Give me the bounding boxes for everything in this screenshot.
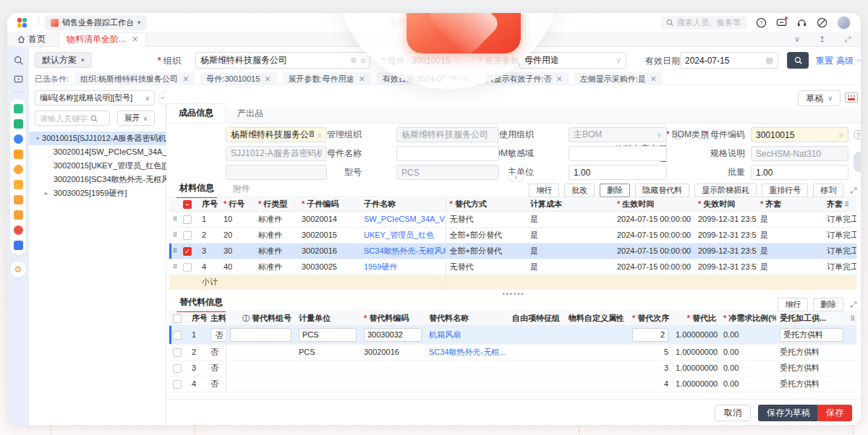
parent-code-field[interactable]: 30010015≡ xyxy=(751,127,848,142)
rail-recent-icon[interactable] xyxy=(12,73,24,85)
headset-icon[interactable] xyxy=(796,17,807,28)
column-settings-icon[interactable]: ⫶⫶ xyxy=(845,200,848,208)
child-name-link[interactable]: 1959硬件 xyxy=(360,259,446,275)
hide-substitute-button[interactable]: 隐藏替代料 xyxy=(635,184,689,197)
substitute-name-link[interactable]: 机箱风扇 xyxy=(425,325,509,344)
child-name-link[interactable]: SW_PCIeCSM_34A_V17密... xyxy=(360,211,446,227)
move-to-button[interactable]: 移到 xyxy=(813,184,843,197)
app-icon-org-tree[interactable] xyxy=(14,119,23,129)
supply-input[interactable] xyxy=(780,328,843,342)
select-all-checkbox[interactable] xyxy=(173,314,182,323)
date-input[interactable]: 2024-07-15 ▦ xyxy=(680,52,778,69)
tab-bom-document[interactable]: 物料清单全阶... ✕ xyxy=(59,32,146,47)
rail-search-icon[interactable] xyxy=(12,54,24,66)
drag-handle-icon[interactable]: ⠿ xyxy=(169,243,179,259)
help-icon[interactable]: ? xyxy=(756,17,767,28)
app-icon-calendar[interactable] xyxy=(14,210,23,220)
info-icon[interactable]: ⓘ xyxy=(242,314,250,322)
reflist-icon[interactable]: ≡ xyxy=(361,56,365,65)
close-icon[interactable]: ✕ xyxy=(264,74,271,84)
delete-button[interactable]: 删除 xyxy=(600,184,630,197)
app-icon-user-blue[interactable] xyxy=(14,134,23,144)
batch-edit-button[interactable]: 批改 xyxy=(564,184,595,197)
tab-substitute-info[interactable]: 替代料信息 xyxy=(176,296,226,313)
expand-icon[interactable]: ⤢ xyxy=(844,35,851,44)
form-collapse-toggle[interactable]: ∨ xyxy=(508,175,524,181)
caret-down-icon[interactable]: ▾ xyxy=(36,135,39,142)
reset-link[interactable]: 重置 xyxy=(816,55,833,67)
calendar-icon[interactable]: ▦ xyxy=(766,56,773,65)
close-icon[interactable]: ✕ xyxy=(359,74,365,84)
help-icon[interactable]: ? xyxy=(854,130,861,139)
close-icon[interactable]: ✕ xyxy=(556,74,562,84)
table-row[interactable]: 3 否 3 1.00000000 0.00 受托方供料 xyxy=(169,360,856,376)
help-icon[interactable]: ? xyxy=(673,130,682,139)
org-input[interactable]: 杨斯维特科技服务公司 ⊗ ≡ xyxy=(195,52,370,69)
row-checkbox[interactable] xyxy=(183,263,192,272)
group-input[interactable] xyxy=(230,328,292,342)
splitter-handle[interactable]: •••••• xyxy=(166,290,861,298)
app-icon-user-orange[interactable] xyxy=(14,165,23,174)
row-checkbox[interactable] xyxy=(173,348,182,357)
reflist-icon[interactable]: ≡ xyxy=(839,131,843,139)
table-row-editing[interactable]: 1 否 机箱风扇 1.00000000 0.00 xyxy=(169,325,856,344)
global-search-input[interactable]: 搜索人员、服务等 xyxy=(661,16,746,30)
cancel-button[interactable]: 取消 xyxy=(715,405,751,421)
save-button[interactable]: 保存 xyxy=(817,405,852,421)
close-icon[interactable]: ✕ xyxy=(132,35,138,44)
filter-chip[interactable]: 组织:杨斯维特科技服务公司✕ xyxy=(75,72,195,86)
reflist-icon[interactable]: ≡ xyxy=(318,131,322,139)
advanced-link[interactable]: 高级 xyxy=(836,55,854,67)
custom-attr-field[interactable] xyxy=(569,146,667,161)
expand-icon[interactable]: ⤢ xyxy=(850,300,856,309)
row-checkbox[interactable] xyxy=(173,331,182,340)
unit-input[interactable] xyxy=(299,328,357,342)
status-dropdown[interactable]: 草稿 ∨ xyxy=(798,90,841,106)
table-row[interactable]: ⠿ 220 标准件30020015 UKEY_管理员_红色 全部+部分替代是 2… xyxy=(169,227,856,243)
add-row-button[interactable]: 增行 xyxy=(778,298,808,311)
app-icon-green-doc[interactable] xyxy=(14,104,23,113)
tree-node[interactable]: 30020015[UKEY_管理员_红色][UKEY-... xyxy=(29,159,166,173)
drag-handle-icon[interactable]: ⠿ xyxy=(169,211,179,227)
compass-icon[interactable] xyxy=(817,17,827,28)
show-step-loss-button[interactable]: 显示阶梯损耗 xyxy=(694,184,757,197)
column-settings-icon[interactable]: ⫶⫶ xyxy=(851,314,854,322)
message-icon[interactable] xyxy=(776,17,787,28)
tree-node[interactable]: ▸30030025[1959硬件] xyxy=(29,186,166,200)
filter-chip[interactable]: 左侧显示采购件:是✕ xyxy=(574,72,663,86)
tab-output[interactable]: 产出品 xyxy=(226,105,275,123)
table-row[interactable]: 4 否 4 1.00000000 0.00 受托方供料 xyxy=(169,376,856,392)
app-icon-file[interactable] xyxy=(14,195,23,204)
caret-right-icon[interactable]: ▸ xyxy=(45,190,51,197)
main-batch-field[interactable]: 1.00 xyxy=(569,165,667,180)
search-button[interactable] xyxy=(787,52,809,69)
row-checkbox[interactable] xyxy=(183,231,192,240)
tree-node-root[interactable]: ▾30010015[SJJ1012-A服务器密码机][SecH... xyxy=(29,132,166,145)
close-icon[interactable]: ✕ xyxy=(182,74,189,84)
app-icon-flash[interactable] xyxy=(14,150,23,159)
child-name-link[interactable]: SC34散热外壳-无框风扇 xyxy=(360,243,446,259)
row-checkbox[interactable] xyxy=(173,380,182,389)
tab-product-info[interactable]: 成品信息 xyxy=(166,103,226,123)
manage-org-field[interactable]: 杨斯维特科技服务公司≡ xyxy=(226,127,327,142)
app-icon-grid[interactable] xyxy=(14,241,23,250)
table-row[interactable]: 2 否 PCS 30020016 SC34散热外壳-无框... 5 1.0000… xyxy=(169,344,856,360)
expand-param-select[interactable]: 母件用途 ∨ xyxy=(519,52,626,69)
row-checkbox[interactable] xyxy=(183,215,192,224)
close-icon[interactable]: ✕ xyxy=(650,74,657,84)
filter-chip[interactable]: 展开参数:母件用途✕ xyxy=(283,72,371,86)
user-avatar[interactable] xyxy=(837,16,851,30)
tree-field-select[interactable]: 编码[名称][规格说明][型号] ∨ xyxy=(35,90,155,105)
scheme-selector[interactable]: 默认方案▾ xyxy=(35,52,92,68)
save-draft-button[interactable]: 保存为草稿 xyxy=(758,405,819,421)
batch-field[interactable]: 1.00 xyxy=(751,165,848,180)
main-material-select[interactable]: 否 xyxy=(210,328,226,342)
table-row-selected[interactable]: ⠿ ✓ 330 标准件30020016 SC34散热外壳-无框风扇 全部+部分替… xyxy=(169,243,856,259)
tree-node[interactable]: 30020016[SC34散热外壳-无框风扇][... xyxy=(29,173,166,186)
code-input[interactable] xyxy=(364,328,422,342)
drag-handle-icon[interactable]: ⠿ xyxy=(169,259,179,275)
renumber-button[interactable]: 重排行号 xyxy=(762,184,808,197)
tree-search-input[interactable] xyxy=(40,114,90,123)
expand-icon[interactable]: ⤢ xyxy=(850,186,856,195)
row-checkbox[interactable]: ✓ xyxy=(183,247,192,256)
